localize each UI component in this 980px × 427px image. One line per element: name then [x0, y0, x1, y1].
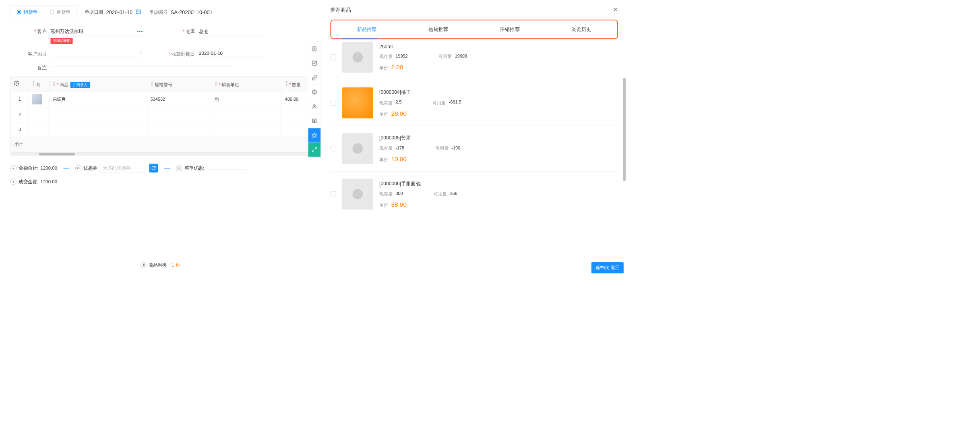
- deal-label: 成交金额:: [19, 179, 38, 185]
- col-qty[interactable]: ▲▼* 数量: [282, 77, 310, 91]
- col-unit[interactable]: ▲▼* 销售单位: [211, 77, 282, 91]
- price-value: 28.00: [391, 110, 407, 117]
- col-thumb[interactable]: ▲▼商: [29, 77, 49, 91]
- tab-label: 退货单: [56, 9, 70, 15]
- tag-icon: ◈: [141, 262, 146, 268]
- rail-star-icon[interactable]: [308, 128, 320, 143]
- svg-marker-13: [312, 133, 317, 137]
- address-input[interactable]: [50, 49, 143, 58]
- unit-cell[interactable]: 包: [211, 91, 282, 107]
- tab-new-products[interactable]: 新品推荐: [331, 21, 403, 39]
- stock-label: 现存量: [379, 54, 393, 60]
- tab-label: 销货单: [23, 9, 37, 15]
- refresh-button[interactable]: [149, 164, 158, 172]
- rail-notes-icon[interactable]: [308, 41, 320, 56]
- stock-label: 现存量: [379, 99, 393, 106]
- rail-person-icon[interactable]: [308, 99, 320, 114]
- scan-input-button[interactable]: 扫码录入: [70, 82, 90, 88]
- table-row[interactable]: 3: [11, 122, 310, 137]
- side-rail: [308, 41, 321, 157]
- ellipsis-icon[interactable]: •••: [137, 29, 143, 34]
- recommend-item[interactable]: 250ml 现存量19952 可用量19903 单价2.00: [330, 42, 618, 80]
- recommend-list[interactable]: 250ml 现存量19952 可用量19903 单价2.00 [0000004]…: [321, 42, 627, 253]
- svg-point-16: [353, 52, 363, 62]
- customer-value: 苏州万达沃尔玛: [50, 28, 83, 34]
- recommend-item[interactable]: [0000005]芒果 现存量-178 可用量-190 单价10.00: [330, 126, 618, 171]
- avail-label: 可用量: [432, 99, 446, 106]
- item-checkbox[interactable]: [330, 146, 336, 151]
- due-date-input[interactable]: 2020-01-10: [199, 49, 266, 58]
- calendar-icon[interactable]: [136, 8, 141, 15]
- avail-label: 可用量: [435, 145, 449, 151]
- rail-expand-icon[interactable]: [308, 143, 320, 157]
- stock-value: 300: [395, 191, 403, 197]
- rail-link-icon[interactable]: [308, 70, 320, 85]
- select-return-button[interactable]: 选中(0) 返回: [591, 262, 623, 274]
- remark-input[interactable]: [50, 63, 231, 66]
- radio-icon: [17, 10, 22, 15]
- price-value: 2.00: [391, 64, 403, 71]
- stock-value: -178: [395, 145, 404, 151]
- kinds-label: 商品种类 :: [149, 262, 170, 268]
- row-index: 1: [11, 91, 29, 107]
- avail-label: 可用量: [434, 191, 447, 197]
- discount-icon: ◎: [176, 165, 182, 171]
- tab-return-order[interactable]: 退货单: [43, 5, 76, 19]
- doc-no-label: 单据编号: [149, 9, 167, 15]
- item-checkbox[interactable]: [330, 54, 336, 60]
- customer-input[interactable]: 苏州万达沃尔玛 •••: [50, 27, 143, 37]
- product-image: [342, 133, 373, 164]
- svg-point-17: [353, 143, 363, 154]
- qty-cell[interactable]: 400.00: [282, 91, 310, 107]
- recommend-item[interactable]: [0000006]手撕面包 现存量300 可用量256 单价38.00: [330, 172, 618, 217]
- price-label: 单价: [379, 202, 388, 208]
- tab-slow-moving[interactable]: 滞销推荐: [474, 21, 546, 39]
- discount-label: 整单优惠:: [184, 165, 204, 171]
- amount-value: 1200.00: [40, 166, 57, 171]
- item-checkbox[interactable]: [330, 100, 336, 106]
- yen-icon: ¥: [10, 165, 17, 171]
- product-cell[interactable]: 果倍爽: [50, 91, 147, 107]
- horizontal-scrollbar[interactable]: [10, 152, 310, 156]
- discount-input[interactable]: [206, 167, 247, 169]
- table-row[interactable]: 1 果倍爽 534532 包 400.00: [11, 91, 310, 107]
- doc-date-value[interactable]: 2020-01-10: [106, 9, 132, 15]
- svg-line-14: [315, 147, 316, 149]
- close-icon[interactable]: ✕: [613, 6, 618, 13]
- coupon-label: 优惠券:: [83, 165, 99, 171]
- warehouse-label: 仓库: [186, 29, 195, 34]
- tab-hot-sales[interactable]: 热销推荐: [403, 21, 474, 39]
- vertical-scrollbar[interactable]: [623, 78, 626, 181]
- rail-yen-icon[interactable]: [308, 114, 320, 128]
- item-checkbox[interactable]: [330, 191, 336, 197]
- price-value: 10.00: [391, 155, 407, 163]
- svg-point-4: [16, 83, 17, 84]
- product-image: [342, 179, 373, 210]
- rail-chart-icon[interactable]: [308, 56, 320, 70]
- address-label: 客户地址: [28, 51, 46, 56]
- product-thumbnail: [32, 94, 42, 105]
- warehouse-input[interactable]: 总仓: [199, 27, 266, 37]
- settings-column[interactable]: [11, 77, 29, 91]
- recommend-item[interactable]: [0000004]橘子 现存量2.5 可用量-681.5 单价28.00: [330, 80, 618, 126]
- spec-cell[interactable]: 534532: [147, 91, 211, 107]
- chevron-down-icon[interactable]: [139, 51, 143, 56]
- avail-value: -190: [451, 145, 460, 151]
- deal-icon: ✦: [10, 179, 17, 185]
- rail-swap-icon[interactable]: [308, 85, 320, 99]
- avail-value: 256: [450, 191, 457, 197]
- table-row[interactable]: 2: [11, 107, 310, 122]
- product-name: [0000006]手撕面包: [379, 180, 618, 187]
- col-spec[interactable]: ▲▼规格型号: [147, 77, 211, 91]
- recommend-tabs: 新品推荐 热销推荐 滞销推荐 浏览历史: [330, 20, 618, 39]
- col-product[interactable]: ▲▼* 商品扫码录入: [50, 77, 147, 91]
- due-date-value: 2020-01-10: [199, 51, 223, 56]
- stock-label: 现存量: [379, 145, 393, 151]
- tab-sales-order[interactable]: 销货单: [10, 5, 43, 19]
- coupon-input[interactable]: 无匹配优惠券: [101, 164, 147, 172]
- tab-browse-history[interactable]: 浏览历史: [546, 21, 617, 39]
- doc-no-value: SA-20200110-001: [171, 9, 213, 15]
- subtotal-row: 小计: [11, 137, 310, 152]
- svg-rect-0: [136, 10, 141, 13]
- avail-label: 可用量: [438, 54, 452, 60]
